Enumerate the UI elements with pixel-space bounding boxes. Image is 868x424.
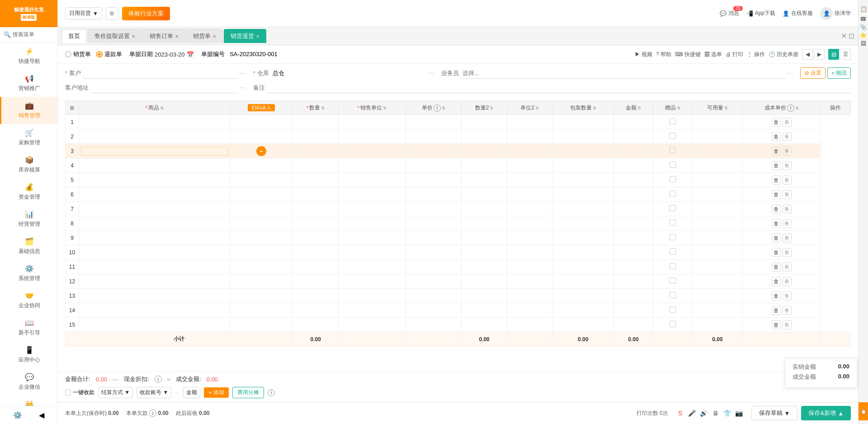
- save-draft-btn[interactable]: 保存草稿 ▼: [751, 406, 798, 420]
- delete-row-btn[interactable]: 🗑: [772, 320, 781, 329]
- gift-checkbox[interactable]: [670, 277, 676, 284]
- amount-input[interactable]: 金额: [183, 387, 200, 398]
- right-panel-icon-2[interactable]: ☎: [860, 16, 867, 22]
- avail-sort-icon[interactable]: ⇅: [724, 105, 728, 110]
- tab-sales-return-close[interactable]: ✕: [256, 34, 259, 39]
- tab-price-settings[interactable]: 售价提取设置 ✕: [88, 29, 142, 43]
- app-download-item[interactable]: 📲 App下载: [746, 10, 775, 17]
- copy-row-btn[interactable]: ⎘: [783, 219, 792, 228]
- delete-row-btn[interactable]: 🗑: [772, 219, 781, 228]
- sidebar-item-guide[interactable]: 📖 新手引导: [0, 314, 57, 341]
- shirt-icon[interactable]: 👕: [722, 408, 732, 418]
- delete-row-btn[interactable]: 🗑: [772, 248, 781, 257]
- tab-price-settings-close[interactable]: ✕: [132, 34, 135, 39]
- sidebar-settings-icon[interactable]: ⚙️: [13, 411, 22, 419]
- copy-row-btn[interactable]: ⎘: [783, 190, 792, 199]
- sidebar-collapse-icon[interactable]: ◀: [39, 411, 44, 419]
- scan-barcode-btn[interactable]: 扫码录入: [248, 104, 275, 111]
- next-btn[interactable]: ▶: [814, 49, 825, 60]
- delete-row-btn[interactable]: 🗑: [772, 132, 781, 141]
- gift-checkbox[interactable]: [670, 321, 676, 327]
- gift-checkbox[interactable]: [670, 147, 676, 153]
- customer-address-input[interactable]: [90, 82, 238, 93]
- account-dots[interactable]: ···: [175, 390, 179, 396]
- gift-checkbox[interactable]: [670, 133, 676, 139]
- unit-sort-icon[interactable]: ⇅: [383, 105, 387, 110]
- sidebar-item-wechat[interactable]: 💬 企业微信: [0, 368, 57, 395]
- experience-btn[interactable]: 体验行业方案: [122, 7, 170, 20]
- gift-checkbox[interactable]: [670, 292, 676, 298]
- cost-sort-icon[interactable]: ⇅: [795, 105, 799, 110]
- right-panel-orange-btn[interactable]: 📋: [859, 402, 868, 420]
- history-btn[interactable]: 🕐 历史单据: [769, 51, 798, 58]
- shortcut-btn[interactable]: ⌨ 快捷键: [675, 51, 700, 58]
- fee-split-info-icon[interactable]: ℹ: [268, 389, 275, 396]
- fee-split-btn[interactable]: 费用分摊: [232, 387, 264, 398]
- delete-row-btn[interactable]: 🗑: [772, 190, 781, 199]
- save-new-btn[interactable]: 保存&新增 ▲: [801, 406, 851, 420]
- gift-checkbox[interactable]: [670, 191, 676, 197]
- tab-close-all-icon[interactable]: ✕: [841, 32, 847, 40]
- header-settings-btn[interactable]: ⚙: [106, 7, 118, 20]
- right-panel-icon-5[interactable]: 🖼: [861, 40, 866, 47]
- online-service-item[interactable]: 👤 在线客服: [783, 10, 813, 17]
- calendar-icon[interactable]: 📅: [187, 51, 194, 58]
- sidebar-item-operations[interactable]: 📊 经营管理: [0, 205, 57, 233]
- pack-sort-icon[interactable]: ⇅: [593, 105, 596, 110]
- daily-select[interactable]: 日用百货 ▼: [65, 7, 102, 19]
- right-panel-icon-4[interactable]: ⭐: [860, 32, 867, 38]
- customer-select-btn[interactable]: ···: [240, 69, 246, 77]
- sidebar-item-finance[interactable]: 💰 资金管理: [0, 178, 57, 205]
- unit-price-info-icon[interactable]: ℹ: [434, 105, 441, 112]
- delete-row-btn[interactable]: 🗑: [772, 176, 781, 185]
- account-method-select[interactable]: 结算方式 ▼: [98, 387, 133, 398]
- delete-row-btn[interactable]: 🗑: [772, 306, 781, 315]
- delete-row-btn[interactable]: 🗑: [772, 262, 781, 272]
- delete-row-btn[interactable]: 🗑: [772, 205, 781, 214]
- tab-sales-order[interactable]: 销售订单 ✕: [143, 29, 185, 43]
- sougou-icon[interactable]: S: [675, 408, 685, 418]
- qty2-sort-icon[interactable]: ⇅: [490, 105, 493, 110]
- help-btn[interactable]: ? 帮助: [656, 51, 671, 58]
- add-payment-btn[interactable]: + 添加: [204, 387, 228, 398]
- copy-row-btn[interactable]: ⎘: [783, 176, 792, 185]
- speaker-icon[interactable]: 🔊: [699, 408, 709, 418]
- message-item[interactable]: 💬 消息 70: [720, 10, 739, 17]
- gift-checkbox[interactable]: [670, 219, 676, 226]
- gift-checkbox[interactable]: [670, 176, 676, 182]
- settings-btn[interactable]: ⚙ 设置: [800, 67, 826, 79]
- logistics-btn[interactable]: + 物流: [827, 67, 851, 79]
- product-sort-icon[interactable]: ⇅: [160, 105, 164, 110]
- price-sort-icon[interactable]: ⇅: [442, 105, 445, 110]
- salesperson-input[interactable]: [461, 68, 785, 79]
- delete-row-btn[interactable]: 🗑: [772, 291, 781, 300]
- sidebar-item-app-center[interactable]: 📱 应用中心: [0, 341, 57, 368]
- copy-row-btn[interactable]: ⎘: [783, 132, 792, 141]
- cash-discount-info-icon[interactable]: ℹ: [155, 376, 162, 383]
- sidebar-item-sales[interactable]: 💼 销售管理: [0, 97, 57, 124]
- salesperson-select-btn[interactable]: ···: [787, 69, 793, 77]
- camera-icon[interactable]: 📷: [734, 408, 744, 418]
- sidebar-item-member[interactable]: 👑 畅会员: [0, 395, 57, 406]
- tab-sales-delivery-close[interactable]: ✕: [212, 34, 216, 39]
- copy-row-btn[interactable]: ⎘: [783, 161, 792, 170]
- list-view-btn[interactable]: ☰: [840, 49, 851, 60]
- copy-row-btn[interactable]: ⎘: [783, 118, 792, 127]
- sidebar-item-purchase[interactable]: 🛒 采购管理: [0, 124, 57, 151]
- doc-arrears-info[interactable]: ℹ: [149, 410, 156, 417]
- copy-row-btn[interactable]: ⎘: [783, 262, 792, 272]
- copy-row-btn[interactable]: ⎘: [783, 233, 792, 243]
- sidebar-item-enterprise[interactable]: 🤝 企业协同: [0, 287, 57, 314]
- radio-delivery[interactable]: 销货单: [65, 50, 91, 58]
- sidebar-item-system[interactable]: ⚙️ 系统管理: [0, 260, 57, 287]
- tab-sales-delivery[interactable]: 销货单 ✕: [186, 29, 223, 43]
- copy-row-btn[interactable]: ⎘: [783, 277, 792, 286]
- copy-row-btn[interactable]: ⎘: [783, 205, 792, 214]
- radio-return[interactable]: 退款单: [96, 50, 122, 58]
- delete-row-btn[interactable]: 🗑: [772, 118, 781, 127]
- copy-row-btn[interactable]: ⎘: [783, 291, 792, 300]
- remark-input[interactable]: [267, 82, 851, 93]
- delete-row-btn[interactable]: 🗑: [772, 147, 781, 156]
- sidebar-item-basic[interactable]: 🗂️ 基础信息: [0, 233, 57, 260]
- tab-home[interactable]: 首页: [61, 29, 87, 43]
